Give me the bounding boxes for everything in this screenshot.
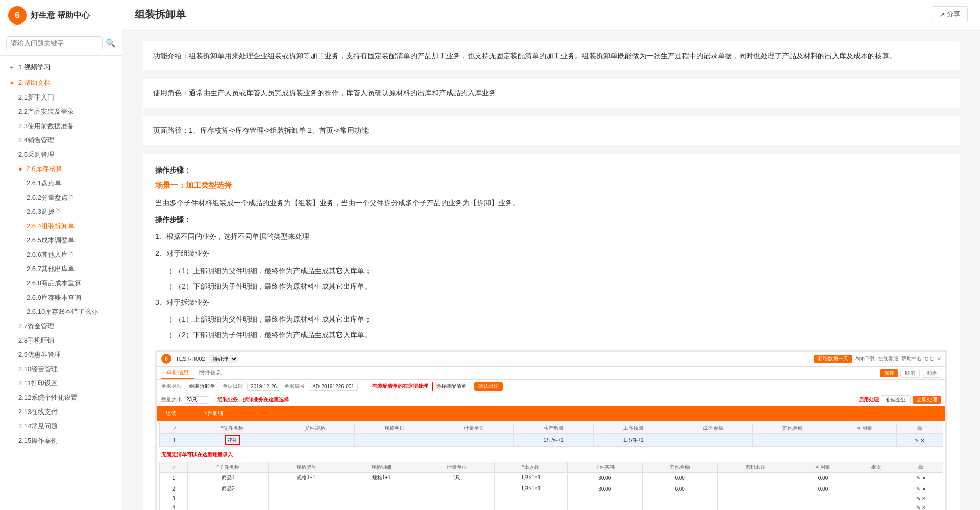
- mock-app-logo: 6: [161, 354, 172, 364]
- mock-seg-assemble[interactable]: 组装: [162, 409, 181, 418]
- step2: 2、对于组装业务: [155, 247, 947, 260]
- intro-text: 功能介绍：组装拆卸单用来处理企业组装或拆卸等加工业务，支持有固定装配清单的产品加…: [153, 50, 949, 62]
- mock-save-btn[interactable]: 保存: [880, 369, 898, 377]
- mock-segment-hint: 下部明细: [203, 410, 223, 417]
- sidebar-item-mgmt[interactable]: 2.10经营管理: [0, 362, 122, 376]
- sidebar-item-newbie[interactable]: 2.1新手入门: [0, 90, 122, 105]
- search-button[interactable]: 🔍: [106, 38, 116, 48]
- mock-new-btn[interactable]: 新增数据一天: [814, 355, 852, 363]
- mock-segment-ctrl: 组装 拆卸: [161, 408, 200, 419]
- mock-upper-table: ✓ *父件名称 父件规格 规格明细 计量单位 生产数量 工序数量 成本金额 其他…: [159, 423, 943, 447]
- sidebar-item-inventory[interactable]: ● 2.6库存核算: [0, 162, 122, 176]
- help-sub-items: 2.1新手入门 2.2产品安装及登录 2.3使用前数据准备 2.4销售管理 2.…: [0, 90, 122, 448]
- step2-sub: （1）上部明细为父件明细，最终作为产成品生成其它入库单； （2）下部明细为子件明…: [155, 264, 947, 293]
- logo-area: 6 好生意 帮助中心: [0, 0, 122, 31]
- path-block: 页面路径：1、库存核算->库存管理->组装拆卸单 2、首页->常用功能: [143, 116, 960, 145]
- sidebar-item-outbound[interactable]: 2.6.7其他出库单: [0, 262, 122, 276]
- sidebar-item-finance[interactable]: 2.7资金管理: [0, 319, 122, 333]
- step3: 3、对于拆装业务: [155, 296, 947, 309]
- share-icon: ↗: [939, 11, 945, 18]
- content-area: 功能介绍：组装拆卸单用来处理企业组装或拆卸等加工业务，支持有固定装配清单的产品加…: [122, 29, 980, 510]
- sidebar-item-stocktake2[interactable]: 2.6.2分量盘点单: [0, 190, 122, 205]
- mock-right-row: 启用处理 仓储企业 立即处理: [859, 395, 941, 404]
- mock-status-select[interactable]: 待处理: [209, 355, 238, 363]
- mock-seg-disassemble[interactable]: 拆卸: [181, 409, 199, 418]
- mock-lower-table-area: ✓ *子件名称 规格型号 规格明细 计量单位 *出入数 子件实耗 其他金额 累积…: [157, 459, 945, 510]
- sidebar-item-assembly[interactable]: 2.6.4组装拆卸单: [0, 219, 122, 233]
- sidebar-item-cost[interactable]: 2.6.5成本调整单: [0, 233, 122, 248]
- nav-tree: ＋ 1.视频学习 ● 2.帮助文档 2.1新手入门 2.2产品安装及登录 2.3…: [0, 56, 122, 510]
- mock-tabs: 单据信息 附件信息 保存 取消 删除: [157, 367, 945, 380]
- sidebar-item-coupon[interactable]: 2.9优惠券管理: [0, 348, 122, 362]
- table-row: 3✎ ✕: [160, 494, 943, 503]
- sidebar-item-help[interactable]: ● 2.帮助文档: [0, 75, 122, 90]
- scene1-title: 场景一：加工类型选择: [155, 181, 947, 190]
- main-area: 组装拆卸单 ↗ 分享 功能介绍：组装拆卸单用来处理企业组装或拆卸等加工业务，支持…: [122, 0, 980, 510]
- step2-sub1: （1）上部明细为父件明细，最终作为产成品生成其它入库单；: [165, 264, 947, 277]
- mock-segment-row: 组装 拆卸 下部明细: [157, 406, 945, 421]
- mock-item-name: 花礼: [225, 435, 240, 445]
- sidebar-item-print[interactable]: 2.11打印设置: [0, 376, 122, 391]
- screenshot-container: 6 TEST-H002 待处理 新增数据一天 App下载 在线客服 帮助中心 C…: [155, 350, 947, 510]
- sidebar-item-cases[interactable]: 2.15操作案例: [0, 433, 122, 448]
- mock-lower-header-row: ✓ *子件名称 规格型号 规格明细 计量单位 *出入数 子件实耗 其他金额 累积…: [160, 462, 943, 473]
- sidebar-item-install[interactable]: 2.2产品安装及登录: [0, 105, 122, 119]
- role-block: 使用角色：通常由生产人员或库管人员完成拆装业务的操作，库管人员确认原材料的出库和…: [143, 79, 960, 108]
- mock-lower-thead: ✓ *子件名称 规格型号 规格明细 计量单位 *出入数 子件实耗 其他金额 累积…: [160, 462, 943, 473]
- role-text: 使用角色：通常由生产人员或库管人员完成拆装业务的操作，库管人员确认原材料的出库和…: [153, 87, 949, 100]
- operations-block: 操作步骤： 场景一：加工类型选择 当由多个子件材料组装成一个成品的业务为【组装】…: [143, 154, 960, 510]
- sidebar-item-query[interactable]: 2.6.9库存账本查询: [0, 290, 122, 305]
- mock-cancel-btn[interactable]: 取消: [900, 369, 920, 378]
- mock-qty-input[interactable]: [184, 396, 209, 404]
- expand-icon: ＋: [8, 64, 15, 71]
- search-input[interactable]: [6, 36, 103, 50]
- share-button[interactable]: ↗ 分享: [932, 6, 968, 22]
- sidebar-item-faq[interactable]: 2.14常见问题: [0, 419, 122, 433]
- mock-type-field[interactable]: 组装拆卸单: [186, 382, 218, 391]
- annotation-text3: 启用处理: [859, 396, 879, 403]
- step3-sub2: （2）下部明细为子件明细，最终作为产成品生成其它入库单。: [165, 329, 947, 342]
- table-row: 2 商品2 1只×1×1 30.00 0.00 0.00: [160, 483, 943, 494]
- mock-delete-btn[interactable]: 删除: [922, 369, 941, 378]
- scene1-desc: 当由多个子件材料组装成一个成品的业务为【组装】业务，当由一个父件拆分成多个子产品…: [155, 197, 947, 209]
- mock-lower-tbody: 1 商品1 规格1+1 规格1+1 1只 1只×1×1 30.00 0.00: [160, 473, 943, 510]
- mock-activate-field[interactable]: 仓储企业: [881, 395, 911, 404]
- sidebar-item-purchase[interactable]: 2.5采购管理: [0, 148, 122, 162]
- sidebar-item-error[interactable]: 2.6.10库存账本错了么办: [0, 305, 122, 319]
- mock-tab-info[interactable]: 单据信息: [161, 367, 194, 379]
- annotation-text1: 有装配清单的在这里处理: [372, 383, 428, 390]
- mock-apply-btn[interactable]: 立即处理: [913, 396, 941, 404]
- mock-doc-no: TEST-H002: [176, 356, 205, 362]
- ops-title: 操作步骤：: [155, 164, 947, 177]
- sidebar-item-sales[interactable]: 2.4销售管理: [0, 133, 122, 148]
- expand-icon-help: ●: [8, 79, 15, 86]
- mock-date-field[interactable]: 2019-12-26: [247, 383, 280, 391]
- sidebar-item-online[interactable]: 2.13在线支付: [0, 405, 122, 419]
- mock-confirm-btn[interactable]: 确认出库: [474, 382, 503, 391]
- mock-left-row: 数量大小 组装业务、拆卸业务在这里选择: [161, 396, 289, 404]
- step2-sub2: （2）下部明细为子件明细，最终作为原材料生成其它出库单。: [165, 280, 947, 293]
- sidebar-item-inbound[interactable]: 2.6.6其他入库单: [0, 248, 122, 262]
- table-row: 4✎ ✕: [160, 503, 943, 510]
- inventory-sub-items: 2.6.1盘点单 2.6.2分量盘点单 2.6.3调拨单 2.6.4组装拆卸单 …: [0, 176, 122, 319]
- intro-block: 功能介绍：组装拆卸单用来处理企业组装或拆卸等加工业务，支持有固定装配清单的产品加…: [143, 41, 960, 70]
- step3-sub1: （1）上部明细为父件明细，最终作为原材料生成其它出库单；: [165, 313, 947, 326]
- sidebar-item-recalc[interactable]: 2.6.8商品成本重算: [0, 276, 122, 290]
- mock-annotation-row: 无固定清单可以在这里逐量录入 ↑: [157, 449, 945, 459]
- sidebar-item-adjust[interactable]: 2.6.3调拨单: [0, 205, 122, 219]
- search-area: 🔍: [0, 31, 122, 56]
- mock-no-field[interactable]: AD-20191226-001: [309, 383, 358, 391]
- sidebar-item-stocktake[interactable]: 2.6.1盘点单: [0, 176, 122, 190]
- step3-sub: （1）上部明细为父件明细，最终作为原材料生成其它出库单； （2）下部明细为子件明…: [155, 313, 947, 342]
- mock-bom-btn[interactable]: 选择装配清单: [432, 382, 470, 391]
- sidebar-item-data[interactable]: 2.3使用前数据准备: [0, 119, 122, 133]
- sidebar-item-video[interactable]: ＋ 1.视频学习: [0, 60, 122, 75]
- mock-upper-tbody: 1 花礼 1只/件+1 1只/件+1: [160, 434, 943, 447]
- sidebar-item-custom[interactable]: 2.12系统个性化设置: [0, 391, 122, 405]
- sidebar: 6 好生意 帮助中心 🔍 ＋ 1.视频学习 ● 2.帮助文档 2.1新手入门 2…: [0, 0, 122, 510]
- mock-lower-table: ✓ *子件名称 规格型号 规格明细 计量单位 *出入数 子件实耗 其他金额 累积…: [159, 462, 943, 510]
- mock-action-btns: 保存 取消 删除: [880, 367, 941, 379]
- page-title: 组装拆卸单: [135, 8, 186, 21]
- sidebar-item-mobile[interactable]: 2.8手机旺铺: [0, 333, 122, 348]
- mock-tab-attach[interactable]: 附件信息: [194, 367, 227, 379]
